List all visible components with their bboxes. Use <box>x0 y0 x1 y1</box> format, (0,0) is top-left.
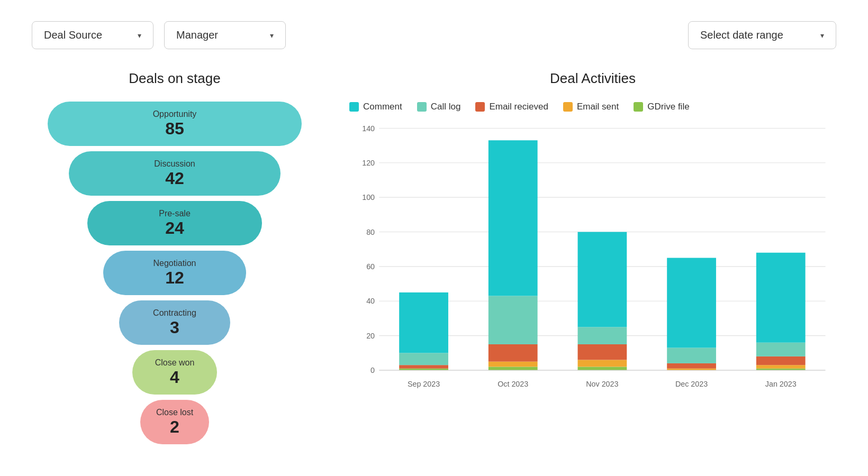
bar-segment-comment <box>489 140 538 296</box>
legend-dot <box>349 102 359 112</box>
funnel-bar-close-lost[interactable]: Close lost2 <box>140 400 209 444</box>
bar-segment-gdrive-file <box>489 367 538 370</box>
bar-segment-email-recieved <box>399 365 448 369</box>
legend-label: Email sent <box>577 102 619 112</box>
top-bar: Deal Source ▾ Manager ▾ Select date rang… <box>0 0 868 60</box>
bar-segment-email-recieved <box>489 344 538 362</box>
date-range-label: Select date range <box>700 29 783 41</box>
bar-segment-comment <box>578 232 627 327</box>
funnel-bar-discussion[interactable]: Discussion42 <box>69 151 281 196</box>
legend-dot <box>475 102 485 112</box>
activities-title: Deal Activities <box>349 70 836 87</box>
bar-segment-email-sent <box>756 365 806 369</box>
manager-dropdown[interactable]: Manager ▾ <box>164 21 286 49</box>
bar-label: Opportunity <box>153 109 197 119</box>
bar-segment-email-sent <box>489 362 538 367</box>
svg-text:20: 20 <box>366 332 375 340</box>
bar-label: Close won <box>155 358 195 368</box>
svg-text:Oct 2023: Oct 2023 <box>498 380 528 388</box>
bar-label: Negotiation <box>153 259 196 268</box>
legend: CommentCall logEmail recievedEmail sentG… <box>349 102 836 112</box>
bar-label: Close lost <box>156 408 193 417</box>
legend-item-email-recieved: Email recieved <box>475 102 548 112</box>
funnel-bar-close-won[interactable]: Close won4 <box>132 350 217 395</box>
svg-text:120: 120 <box>362 159 375 167</box>
legend-dot <box>417 102 427 112</box>
bar-segment-call-log <box>578 327 627 344</box>
svg-text:Jan 2023: Jan 2023 <box>765 380 797 388</box>
legend-item-call-log: Call log <box>417 102 461 112</box>
svg-text:0: 0 <box>370 366 375 374</box>
bar-segment-email-recieved <box>667 363 716 369</box>
deals-title: Deals on stage <box>32 70 318 87</box>
svg-text:Nov 2023: Nov 2023 <box>586 380 618 388</box>
chart-area: 020406080100120140Sep 2023Oct 2023Nov 20… <box>349 123 836 398</box>
bar-value: 4 <box>170 368 179 387</box>
funnel-bar-opportunity[interactable]: Opportunity85 <box>48 102 302 146</box>
legend-item-comment: Comment <box>349 102 402 112</box>
bar-value: 12 <box>165 268 184 288</box>
legend-label: Email recieved <box>489 102 548 112</box>
bar-segment-gdrive-file <box>578 367 627 370</box>
chevron-down-icon: ▾ <box>138 31 141 40</box>
bar-segment-call-log <box>667 348 716 363</box>
bar-value: 2 <box>170 417 179 437</box>
bar-value: 42 <box>165 169 184 188</box>
legend-item-gdrive-file: GDrive file <box>634 102 689 112</box>
legend-dot <box>563 102 573 112</box>
bar-segment-call-log <box>489 296 538 344</box>
funnel-bar-pre-sale[interactable]: Pre-sale24 <box>87 201 262 245</box>
main-content: Deals on stage Opportunity85Discussion42… <box>0 60 868 455</box>
bar-segment-call-log <box>756 343 806 356</box>
manager-label: Manager <box>176 29 218 41</box>
legend-label: GDrive file <box>647 102 689 112</box>
svg-text:80: 80 <box>366 228 375 236</box>
activities-section: Deal Activities CommentCall logEmail rec… <box>349 70 836 444</box>
funnel-bar-negotiation[interactable]: Negotiation12 <box>103 251 246 295</box>
bar-value: 85 <box>165 119 184 139</box>
chevron-down-icon: ▾ <box>820 31 824 40</box>
bar-value: 24 <box>165 218 184 238</box>
legend-dot <box>634 102 643 112</box>
bar-segment-email-recieved <box>756 356 806 365</box>
bar-segment-comment <box>399 292 448 353</box>
bar-value: 3 <box>170 318 179 337</box>
svg-text:100: 100 <box>362 193 375 202</box>
svg-text:Sep 2023: Sep 2023 <box>408 380 440 388</box>
chevron-down-icon: ▾ <box>270 31 274 40</box>
funnel-container: Opportunity85Discussion42Pre-sale24Negot… <box>32 102 318 444</box>
bar-segment-comment <box>667 258 716 348</box>
date-range-group: Select date range ▾ <box>688 21 836 49</box>
legend-label: Comment <box>363 102 402 112</box>
filter-group: Deal Source ▾ Manager ▾ <box>32 21 286 49</box>
svg-text:60: 60 <box>366 262 375 271</box>
bar-segment-call-log <box>399 353 448 365</box>
bar-label: Discussion <box>154 159 195 169</box>
bar-label: Pre-sale <box>159 209 191 218</box>
bar-segment-comment <box>756 253 806 343</box>
funnel-bar-contracting[interactable]: Contracting3 <box>119 300 230 345</box>
date-range-dropdown[interactable]: Select date range ▾ <box>688 21 836 49</box>
svg-text:40: 40 <box>366 297 375 305</box>
legend-item-email-sent: Email sent <box>563 102 619 112</box>
deal-source-label: Deal Source <box>44 29 102 41</box>
legend-label: Call log <box>431 102 461 112</box>
bar-label: Contracting <box>153 308 196 318</box>
deal-source-dropdown[interactable]: Deal Source ▾ <box>32 21 153 49</box>
bar-segment-email-recieved <box>578 344 627 360</box>
svg-text:140: 140 <box>362 124 375 132</box>
deals-section: Deals on stage Opportunity85Discussion42… <box>32 70 318 444</box>
svg-text:Dec 2023: Dec 2023 <box>675 380 708 388</box>
bar-segment-email-sent <box>578 360 627 367</box>
